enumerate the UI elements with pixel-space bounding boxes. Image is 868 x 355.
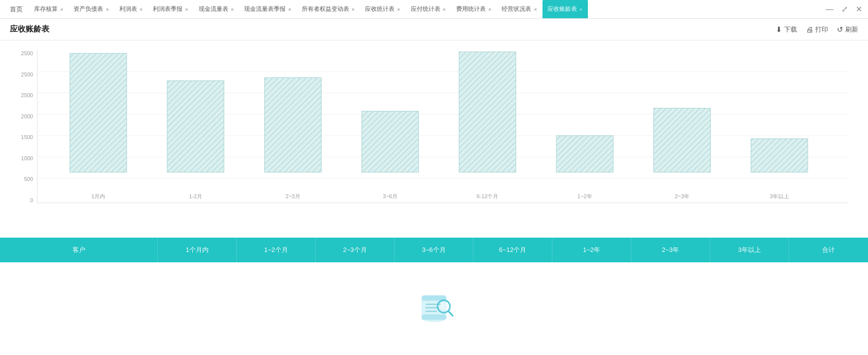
page-title: 应收账龄表: [10, 24, 49, 35]
tab-close-profit[interactable]: ×: [140, 6, 143, 12]
tab-bar-actions: — ⤢ ✕: [824, 3, 864, 15]
col-header-customer: 客户: [0, 238, 158, 262]
bar-1月内: [70, 53, 127, 172]
page-header: 应收账龄表 ⬇ 下载 🖨 打印 ↺ 刷新: [0, 19, 868, 40]
bar-1-2年: [556, 136, 613, 172]
svg-text:2~3月: 2~3月: [286, 193, 300, 199]
tab-close-ar-stats[interactable]: ×: [397, 6, 400, 12]
col-header-2-3year: 2~3年: [631, 238, 710, 262]
bar-1-2月: [167, 81, 224, 172]
window-maximize-button[interactable]: ⤢: [839, 3, 850, 15]
col-header-total: 合计: [789, 238, 868, 262]
tab-equity[interactable]: 所有者权益变动表 ×: [297, 0, 360, 19]
tab-cashflow-quarterly[interactable]: 现金流量表季报 ×: [239, 0, 296, 19]
col-header-1month: 1个月内: [158, 238, 237, 262]
col-header-6-12month: 6~12个月: [473, 238, 552, 262]
chart-container: 0 500 1000 1500 2000 2500 2500 2500: [15, 50, 848, 218]
svg-text:1月内: 1月内: [91, 193, 105, 199]
tab-profit[interactable]: 利润表 ×: [114, 0, 148, 19]
tab-ar-stats[interactable]: 应收统计表 ×: [360, 0, 405, 19]
tab-close-ar-aging[interactable]: ×: [579, 6, 582, 12]
y-label-1500: 1500: [21, 134, 33, 140]
empty-state-icon: [412, 282, 456, 326]
svg-point-26: [441, 303, 443, 306]
table-header: 客户 1个月内 1~2个月 2~3个月 3~6个月 6~12个月 1~2年 2~…: [0, 238, 868, 262]
y-label-0: 0: [30, 197, 33, 203]
svg-text:1-2月: 1-2月: [189, 193, 202, 199]
y-label-2500c: 2500: [21, 50, 33, 56]
svg-text:2~3年: 2~3年: [675, 193, 689, 199]
main-content: 0 500 1000 1500 2000 2500 2500 2500: [0, 40, 868, 355]
header-actions: ⬇ 下载 🖨 打印 ↺ 刷新: [776, 25, 858, 34]
tab-expense-stats[interactable]: 费用统计表 ×: [451, 0, 497, 19]
y-label-1000: 1000: [21, 155, 33, 161]
chart-plot-area: 1月内 1-2月 2~3月 3~6月 6-12个月 1~2年: [37, 50, 848, 203]
tab-close-ap-stats[interactable]: ×: [443, 6, 446, 12]
y-label-2000: 2000: [21, 113, 33, 119]
col-header-2-3month: 2~3个月: [316, 238, 395, 262]
download-icon: ⬇: [776, 25, 782, 34]
svg-rect-19: [422, 315, 446, 320]
tab-close-cashflow-quarterly[interactable]: ×: [288, 6, 291, 12]
tab-cashflow[interactable]: 现金流量表 ×: [194, 0, 239, 19]
chart-y-axis: 0 500 1000 1500 2000 2500 2500 2500: [15, 50, 37, 203]
tab-inventory[interactable]: 库存核算 ×: [29, 0, 69, 19]
svg-text:1~2年: 1~2年: [578, 193, 592, 199]
print-icon: 🖨: [806, 25, 813, 34]
window-close-button[interactable]: ✕: [854, 3, 864, 15]
tab-bar: 首页 库存核算 × 资产负债表 × 利润表 × 利润表季报 × 现金流量表 × …: [0, 0, 868, 19]
col-header-1-2month: 1~2个月: [237, 238, 316, 262]
tab-close-cashflow[interactable]: ×: [231, 6, 234, 12]
tab-ap-stats[interactable]: 应付统计表 ×: [406, 0, 451, 19]
svg-text:3~6月: 3~6月: [383, 193, 398, 199]
tab-close-balance[interactable]: ×: [106, 6, 108, 12]
svg-text:6-12个月: 6-12个月: [476, 193, 498, 199]
tab-home[interactable]: 首页: [4, 0, 29, 19]
svg-text:3年以上: 3年以上: [770, 193, 789, 199]
refresh-icon: ↺: [837, 25, 843, 34]
bar-3年以上: [751, 139, 808, 172]
empty-state: [0, 262, 868, 346]
tab-close-equity[interactable]: ×: [352, 6, 355, 12]
print-button[interactable]: 🖨 打印: [806, 25, 828, 34]
y-label-500: 500: [24, 176, 33, 182]
col-header-3plus-year: 3年以上: [710, 238, 789, 262]
download-button[interactable]: ⬇ 下载: [776, 25, 797, 34]
tab-balance[interactable]: 资产负债表 ×: [69, 0, 114, 19]
svg-line-25: [448, 311, 453, 316]
bar-2-3月: [264, 78, 321, 173]
tab-close-profit-quarterly[interactable]: ×: [185, 6, 188, 12]
tab-close-expense-stats[interactable]: ×: [488, 6, 491, 12]
tab-close-inventory[interactable]: ×: [60, 6, 63, 12]
tab-operations[interactable]: 经营状况表 ×: [497, 0, 542, 19]
chart-section: 0 500 1000 1500 2000 2500 2500 2500: [0, 40, 868, 238]
svg-point-24: [440, 302, 448, 310]
bar-6-12月: [459, 52, 516, 172]
tab-close-operations[interactable]: ×: [534, 6, 537, 12]
y-label-2500a: 2500: [21, 92, 33, 98]
tab-profit-quarterly[interactable]: 利润表季报 ×: [148, 0, 193, 19]
col-header-3-6month: 3~6个月: [395, 238, 473, 262]
bar-3-6月: [362, 111, 419, 173]
window-minimize-button[interactable]: —: [824, 4, 835, 15]
chart-svg: 1月内 1-2月 2~3月 3~6月 6-12个月 1~2年: [37, 50, 848, 203]
bar-2-3年: [653, 108, 710, 172]
refresh-button[interactable]: ↺ 刷新: [837, 25, 858, 34]
tab-ar-aging[interactable]: 应收账龄表 ×: [542, 0, 588, 19]
y-label-2500b: 2500: [21, 71, 33, 77]
col-header-1-2year: 1~2年: [552, 238, 631, 262]
